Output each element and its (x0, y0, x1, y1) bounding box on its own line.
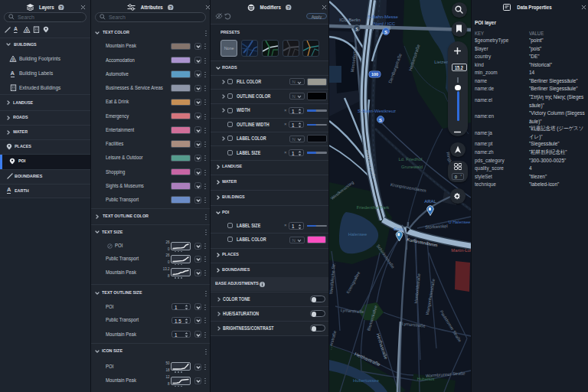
svg-text:S: S (384, 30, 387, 34)
svg-text:ICC Berlin: ICC Berlin (339, 18, 360, 22)
svg-text:Hubertussee: Hubertussee (353, 378, 380, 383)
svg-text:Nord / ICC: Nord / ICC (374, 21, 396, 26)
svg-text:S-Bahn-Messe: S-Bahn-Messe (368, 15, 398, 19)
svg-text:S-Bahn-Westkreuz: S-Bahn-Westkreuz (358, 109, 396, 113)
svg-text:S: S (379, 118, 382, 122)
svg-text:A: A (25, 28, 28, 33)
svg-text:A: A (11, 57, 15, 62)
svg-text:100: 100 (371, 72, 378, 77)
svg-text:U Halensee: U Halensee (449, 220, 471, 224)
svg-text:Halensee: Halensee (348, 232, 368, 237)
svg-text:S: S (355, 27, 358, 31)
svg-text:Friedenthal Park: Friedenthal Park (357, 205, 390, 210)
svg-text:?: ? (169, 5, 172, 10)
svg-text:?: ? (60, 5, 63, 10)
svg-text:?: ? (287, 5, 290, 10)
svg-text:Hubertus: Hubertus (417, 377, 435, 381)
svg-text:Ld. Friedhof: Ld. Friedhof (399, 157, 423, 162)
svg-text:Grunewald: Grunewald (401, 165, 423, 169)
svg-text:Esso: Esso (394, 227, 404, 231)
svg-text:ARAL: ARAL (424, 199, 436, 204)
